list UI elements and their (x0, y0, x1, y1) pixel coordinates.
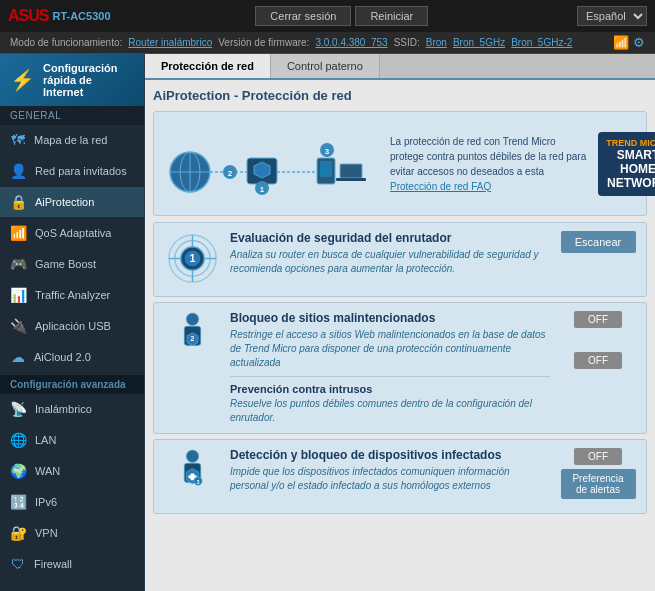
scan-svg-icon: 1 (165, 231, 220, 286)
ai-diagram: 2 1 (162, 120, 382, 207)
ssid-50-2-link[interactable]: Bron_5GHz-2 (511, 37, 572, 48)
quick-config-label: Configuración rápida de Internet (43, 62, 134, 98)
svg-text:2: 2 (228, 169, 233, 178)
sidebar-item-mapa[interactable]: 🗺 Mapa de la red (0, 125, 144, 156)
ipv6-icon: 🔢 (10, 494, 27, 510)
feature-scan-desc: Analiza su router en busca de cualquier … (230, 248, 550, 276)
ai-desc-text: La protección de red con Trend Micro pro… (390, 136, 586, 177)
ssid-50-1-link[interactable]: Bron_5GHz (453, 37, 505, 48)
trend-logo-line3: HOME (604, 162, 655, 176)
sidebar-item-wan-label: WAN (35, 465, 60, 477)
lock-icon: 🔒 (10, 194, 27, 210)
sidebar-item-firewall-label: Firewall (34, 558, 72, 570)
sidebar-item-traffic[interactable]: 📊 Traffic Analyzer (0, 280, 144, 311)
feature-card-malicious: 2 Bloqueo de sitios malintencionados Res… (153, 302, 647, 434)
sidebar-item-qos[interactable]: 📶 QoS Adaptativa (0, 218, 144, 249)
sidebar-item-ipv6-label: IPv6 (35, 496, 57, 508)
faq-link[interactable]: Protección de red FAQ (390, 181, 491, 192)
tab-network-protection[interactable]: Protección de red (145, 54, 271, 78)
sidebar-item-lan-label: LAN (35, 434, 56, 446)
sidebar-item-wan[interactable]: 🌍 WAN (0, 456, 144, 487)
trend-logo-line4: NETWORK (604, 176, 655, 190)
svg-text:1: 1 (260, 185, 265, 194)
quick-config-item[interactable]: ⚡ Configuración rápida de Internet (0, 54, 144, 106)
svg-text:3: 3 (325, 147, 330, 156)
malicious-svg-icon: 2 (165, 311, 220, 366)
feature-infected-icon: 3 (162, 448, 222, 505)
sidebar-item-wireless-label: Inalámbrico (35, 403, 92, 415)
infected-svg-icon: 3 (165, 448, 220, 503)
intrusion-title: Prevención contra intrusos (230, 383, 550, 395)
cloud-icon: ☁ (10, 349, 26, 365)
svg-text:3: 3 (196, 479, 199, 485)
feature-scan-actions: Escanear (558, 231, 638, 253)
tabs-bar: Protección de red Control paterno (145, 54, 655, 80)
sidebar-item-ipv6[interactable]: 🔢 IPv6 (0, 487, 144, 518)
feature-card-infected: 3 Detección y bloqueo de dispositivos in… (153, 439, 647, 514)
wan-icon: 🌍 (10, 463, 27, 479)
sidebar-item-firewall[interactable]: 🛡 Firewall (0, 549, 144, 580)
lan-icon: 🌐 (10, 432, 27, 448)
qos-icon: 📶 (10, 225, 27, 241)
content-inner: AiProtection - Protección de red (145, 80, 655, 527)
sidebar-item-mapa-label: Mapa de la red (34, 134, 107, 146)
ssid-24-link[interactable]: Bron (426, 37, 447, 48)
feature-infected-actions: OFF Preferencia de alertas (558, 448, 638, 499)
intrusion-desc: Resuelve los puntos débiles comunes dent… (230, 397, 550, 425)
ssid-bar: Modo de funcionamiento: Router inalámbri… (0, 32, 655, 54)
feature-scan-icon: 1 (162, 231, 222, 288)
feature-malicious-title: Bloqueo de sitios malintencionados (230, 311, 550, 325)
sidebar-item-qos-label: QoS Adaptativa (35, 227, 111, 239)
ssid-label-text: SSID: (394, 37, 420, 48)
svg-rect-14 (340, 164, 362, 178)
general-section-label: General (0, 106, 144, 125)
infected-toggle[interactable]: OFF (574, 448, 622, 465)
svg-point-31 (186, 450, 198, 462)
logout-button[interactable]: Cerrar sesión (255, 6, 351, 26)
sidebar-item-gameboost[interactable]: 🎮 Game Boost (0, 249, 144, 280)
mode-link[interactable]: Router inalámbrico (128, 37, 212, 48)
guest-icon: 👤 (10, 163, 27, 179)
sidebar-item-usb[interactable]: 🔌 Aplicación USB (0, 311, 144, 342)
content-area: Protección de red Control paterno AiProt… (145, 54, 655, 591)
page-title: AiProtection - Protección de red (153, 88, 647, 103)
sidebar-item-aiprotection[interactable]: 🔒 AiProtection (0, 187, 144, 218)
main-layout: ⚡ Configuración rápida de Internet Gener… (0, 54, 655, 591)
scan-button[interactable]: Escanear (561, 231, 636, 253)
sidebar-item-wireless[interactable]: 📡 Inalámbrico (0, 394, 144, 425)
wireless-icon: 📡 (10, 401, 27, 417)
feature-infected-body: Detección y bloqueo de dispositivos infe… (230, 448, 550, 493)
alert-pref-button[interactable]: Preferencia de alertas (561, 469, 636, 499)
malicious-toggle[interactable]: OFF (574, 311, 622, 328)
feature-malicious-body: Bloqueo de sitios malintencionados Restr… (230, 311, 550, 425)
feature-infected-title: Detección y bloqueo de dispositivos infe… (230, 448, 550, 462)
sidebar-item-aicloud[interactable]: ☁ AiCloud 2.0 (0, 342, 144, 373)
game-icon: 🎮 (10, 256, 27, 272)
sub-feature-intrusion: Prevención contra intrusos Resuelve los … (230, 376, 550, 425)
firmware-link[interactable]: 3.0.0.4.380_753 (315, 37, 387, 48)
restart-button[interactable]: Reiniciar (355, 6, 428, 26)
mode-label: Modo de funcionamiento: (10, 37, 122, 48)
trend-logo-line2: SMART (604, 148, 655, 162)
firewall-icon: 🛡 (10, 556, 26, 572)
ai-description: La protección de red con Trend Micro pro… (390, 134, 590, 194)
feature-infected-desc: Impide que los dispositivos infectados c… (230, 465, 550, 493)
top-bar: ASUS RT-AC5300 Cerrar sesión Reiniciar E… (0, 0, 655, 32)
sidebar-item-vpn-label: VPN (35, 527, 58, 539)
quick-config-icon: ⚡ (10, 68, 35, 92)
feature-malicious-actions: OFF OFF (558, 311, 638, 369)
wifi-icon: 📶 (613, 35, 629, 50)
sidebar-item-vpn[interactable]: 🔐 VPN (0, 518, 144, 549)
tab-parental-control[interactable]: Control paterno (271, 54, 380, 78)
intrusion-toggle[interactable]: OFF (574, 352, 622, 369)
sidebar-item-lan[interactable]: 🌐 LAN (0, 425, 144, 456)
trend-logo-line1: TREND MICRO (604, 138, 655, 148)
map-icon: 🗺 (10, 132, 26, 148)
sidebar-item-invitados[interactable]: 👤 Red para invitados (0, 156, 144, 187)
feature-malicious-icon: 2 (162, 311, 222, 368)
usb-icon: 🔌 (10, 318, 27, 334)
sidebar-item-gameboost-label: Game Boost (35, 258, 96, 270)
sidebar-item-usb-label: Aplicación USB (35, 320, 111, 332)
firmware-label: Versión de firmware: (218, 37, 309, 48)
language-select[interactable]: Español English (577, 6, 647, 26)
